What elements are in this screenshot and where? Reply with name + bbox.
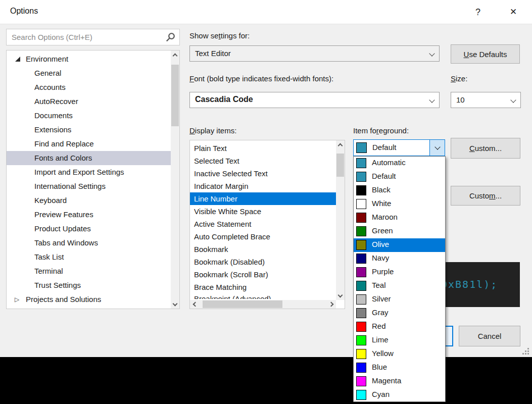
expanded-arrow-icon[interactable] bbox=[15, 57, 20, 62]
display-item[interactable]: Selected Text bbox=[190, 155, 336, 167]
color-option[interactable]: Cyan bbox=[354, 388, 445, 402]
display-items-vertical-scrollbar[interactable] bbox=[336, 140, 345, 300]
color-option[interactable]: Black bbox=[354, 184, 445, 197]
font-combobox[interactable]: Cascadia Code bbox=[189, 92, 440, 108]
color-option[interactable]: Lime bbox=[354, 334, 445, 347]
size-combobox[interactable]: 10 bbox=[451, 92, 521, 108]
tree-item-label: Keyboard bbox=[34, 193, 67, 208]
color-option[interactable]: Automatic bbox=[354, 157, 445, 170]
use-defaults-button[interactable]: Use Defaults bbox=[451, 44, 520, 64]
resize-grip-icon[interactable] bbox=[527, 353, 529, 355]
display-items-label: Display items: bbox=[189, 126, 236, 135]
display-items-listbox: Plain TextSelected TextInactive Selected… bbox=[189, 140, 345, 309]
color-swatch bbox=[356, 172, 366, 182]
tree-item[interactable]: Trust Settings bbox=[7, 278, 171, 292]
color-option[interactable]: Navy bbox=[354, 252, 445, 266]
search-input[interactable] bbox=[7, 29, 163, 45]
color-option[interactable]: Silver bbox=[354, 293, 445, 307]
color-option[interactable]: Blue bbox=[354, 361, 445, 375]
color-option[interactable]: Yellow bbox=[354, 347, 445, 361]
display-item[interactable]: Bookmark (Scroll Bar) bbox=[190, 268, 336, 281]
display-item[interactable]: Inactive Selected Text bbox=[190, 167, 336, 180]
color-swatch bbox=[356, 199, 366, 209]
tree-item[interactable]: Product Updates bbox=[7, 222, 171, 236]
font-label: Font (bold type indicates fixed-width fo… bbox=[189, 74, 333, 83]
color-option[interactable]: Olive bbox=[354, 238, 445, 252]
color-option[interactable]: Magenta bbox=[354, 375, 445, 388]
color-option[interactable]: Maroon bbox=[354, 211, 445, 225]
color-option-label: Green bbox=[372, 226, 393, 235]
show-settings-combobox[interactable]: Text Editor bbox=[189, 45, 440, 62]
custom-foreground-button[interactable]: Custom... bbox=[451, 138, 520, 159]
scroll-right-icon[interactable] bbox=[327, 300, 336, 309]
display-item[interactable]: Bookmark bbox=[190, 243, 336, 256]
color-option-label: White bbox=[372, 199, 391, 208]
item-foreground-label: Item foreground: bbox=[353, 126, 409, 135]
tree-item[interactable]: Terminal bbox=[7, 264, 171, 278]
tree-item-label: Find and Replace bbox=[34, 137, 94, 151]
tree-item[interactable]: Find and Replace bbox=[7, 137, 171, 151]
tree-vertical-scrollbar[interactable] bbox=[171, 50, 179, 309]
options-category-tree: EnvironmentGeneralAccountsAutoRecoverDoc… bbox=[6, 50, 180, 309]
tree-item[interactable]: Documents bbox=[7, 109, 171, 123]
tree-rows: EnvironmentGeneralAccountsAutoRecoverDoc… bbox=[7, 52, 171, 307]
display-item[interactable]: Plain Text bbox=[190, 142, 336, 155]
tree-item[interactable]: Import and Export Settings bbox=[7, 165, 171, 179]
tree-item[interactable]: General bbox=[7, 66, 171, 80]
color-swatch bbox=[356, 185, 366, 195]
tree-item[interactable]: Accounts bbox=[7, 80, 171, 94]
help-button[interactable]: ? bbox=[470, 5, 486, 19]
tree-item[interactable]: Tabs and Windows bbox=[7, 236, 171, 250]
scroll-down-icon[interactable] bbox=[336, 291, 345, 300]
close-button[interactable]: ✕ bbox=[506, 5, 521, 19]
color-option[interactable]: Green bbox=[354, 225, 445, 238]
color-option[interactable]: Purple bbox=[354, 266, 445, 279]
display-item[interactable]: Indicator Margin bbox=[190, 180, 336, 192]
tree-item[interactable]: AutoRecover bbox=[7, 94, 171, 109]
color-option[interactable]: Red bbox=[354, 320, 445, 334]
show-settings-value: Text Editor bbox=[195, 49, 231, 58]
color-option-label: Lime bbox=[372, 335, 389, 344]
display-item-clipped[interactable]: Breakpoint (Advanced) bbox=[190, 293, 336, 299]
collapsed-arrow-icon[interactable]: ▷ bbox=[15, 292, 19, 307]
item-foreground-combobox[interactable]: Default bbox=[353, 139, 445, 156]
tree-item[interactable]: International Settings bbox=[7, 179, 171, 193]
display-item[interactable]: Visible White Space bbox=[190, 205, 336, 218]
tree-item[interactable]: Extensions bbox=[7, 123, 171, 137]
tree-item[interactable]: Environment bbox=[7, 52, 171, 66]
show-settings-label: Show settings for: bbox=[189, 31, 250, 40]
tree-item-label: Fonts and Colors bbox=[34, 151, 92, 165]
tree-item[interactable]: Keyboard bbox=[7, 193, 171, 208]
color-option-label: Teal bbox=[372, 281, 386, 289]
custom-background-button[interactable]: Custom... bbox=[451, 186, 520, 206]
chevron-down-icon bbox=[429, 50, 434, 56]
color-swatch bbox=[356, 349, 366, 359]
tree-item[interactable]: Preview Features bbox=[7, 208, 171, 222]
screen: Options ? ✕ EnvironmentGeneralAccountsAu… bbox=[0, 0, 532, 404]
display-item[interactable]: Brace Matching bbox=[190, 281, 336, 293]
dropdown-button[interactable] bbox=[429, 140, 445, 156]
tree-item-label: International Settings bbox=[34, 179, 106, 193]
color-option[interactable]: Gray bbox=[354, 307, 445, 320]
color-option[interactable]: Teal bbox=[354, 279, 445, 293]
color-option[interactable]: Default bbox=[354, 170, 445, 184]
scroll-up-icon[interactable] bbox=[336, 140, 345, 149]
display-item[interactable]: Bookmark (Disabled) bbox=[190, 256, 336, 268]
scroll-down-icon[interactable] bbox=[171, 300, 179, 309]
sample-code-text: 0xB81l); bbox=[441, 278, 498, 290]
scroll-up-icon[interactable] bbox=[171, 50, 179, 59]
display-item[interactable]: Active Statement bbox=[190, 218, 336, 230]
scroll-left-icon[interactable] bbox=[190, 300, 199, 309]
display-item[interactable]: Line Number bbox=[190, 192, 336, 205]
scrollbar-thumb[interactable] bbox=[203, 300, 282, 308]
display-items-horizontal-scrollbar[interactable] bbox=[190, 300, 336, 309]
color-option[interactable]: White bbox=[354, 197, 445, 211]
cancel-button[interactable]: Cancel bbox=[459, 326, 520, 346]
tree-item[interactable]: Fonts and Colors bbox=[7, 151, 171, 165]
scrollbar-thumb[interactable] bbox=[171, 65, 179, 126]
scrollbar-thumb[interactable] bbox=[336, 154, 344, 177]
tree-item[interactable]: Task List bbox=[7, 250, 171, 264]
search-box bbox=[6, 29, 180, 45]
display-item[interactable]: Auto Completed Brace bbox=[190, 230, 336, 243]
tree-item[interactable]: ▷Projects and Solutions bbox=[7, 292, 171, 307]
